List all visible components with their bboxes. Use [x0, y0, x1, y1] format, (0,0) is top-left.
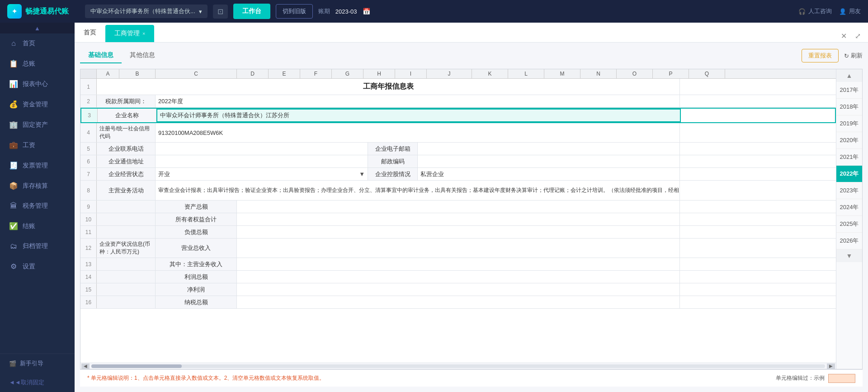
cell-3-value[interactable]: 中审众环会计师事务所（特殊普通合伙）江苏分所: [156, 109, 681, 122]
sidebar-item-invoice[interactable]: 🧾 发票管理: [0, 155, 75, 176]
col-header-m[interactable]: M: [544, 69, 580, 78]
copy-icon-btn[interactable]: ⊡: [213, 5, 228, 19]
h-scroll-track[interactable]: [91, 364, 825, 368]
sub-tab-other[interactable]: 其他信息: [122, 48, 163, 63]
h-scroll-left-btn[interactable]: ◀: [81, 363, 90, 369]
refresh-button[interactable]: ↻ 刷新: [844, 52, 863, 60]
year-panel-up[interactable]: ▲: [836, 69, 862, 82]
cell-12-group-label[interactable]: 企业资产状况信息(币种：人民币万元): [97, 239, 156, 258]
cell-15-value[interactable]: [237, 283, 680, 296]
cell-11-a[interactable]: [97, 226, 156, 238]
cell-5-email[interactable]: [418, 143, 680, 155]
tab-expand-btn[interactable]: ⤢: [853, 30, 863, 42]
col-header-k[interactable]: K: [472, 69, 508, 78]
cell-7-holding-label[interactable]: 企业控股情况: [368, 168, 418, 180]
cell-4-label[interactable]: 注册号/统一社会信用代码: [97, 123, 156, 142]
sidebar-item-home[interactable]: ⌂ 首页: [0, 33, 75, 53]
cell-13-a[interactable]: [97, 258, 156, 270]
cell-8-biz[interactable]: 审查企业会计报表；出具审计报告；验证企业资本；出具验资报告；办理企业合开、分立、…: [156, 181, 680, 200]
sidebar-item-ledger[interactable]: 📋 总账: [0, 53, 75, 74]
cell-3-label[interactable]: 企业名称: [98, 109, 156, 122]
col-header-l[interactable]: L: [508, 69, 544, 78]
cell-12-label[interactable]: 营业总收入: [156, 239, 237, 258]
cell-8-label[interactable]: 主营业务活动: [97, 181, 156, 200]
company-selector[interactable]: 中审众环会计师事务所（特殊普通合伙... ▾: [85, 5, 208, 18]
cell-16-a[interactable]: [97, 296, 156, 308]
col-header-g[interactable]: G: [332, 69, 363, 78]
col-header-h[interactable]: H: [363, 69, 395, 78]
cell-7-label[interactable]: 企业经营状态: [97, 168, 156, 180]
cell-6-label[interactable]: 企业通信地址: [97, 155, 156, 167]
workbench-button[interactable]: 工作台: [233, 4, 270, 19]
sidebar-item-inventory[interactable]: 📦 库存核算: [0, 176, 75, 196]
sidebar-item-tax[interactable]: 🏛 税务管理: [0, 196, 75, 216]
cell-12-value[interactable]: [237, 239, 680, 258]
col-header-d[interactable]: D: [237, 69, 269, 78]
col-header-o[interactable]: O: [617, 69, 653, 78]
calendar-icon[interactable]: 📅: [363, 8, 370, 15]
cell-14-label[interactable]: 利润总额: [156, 271, 237, 283]
cell-11-value[interactable]: [237, 226, 680, 238]
cell-14-value[interactable]: [237, 271, 680, 283]
tab-close-btn[interactable]: ✕: [839, 30, 849, 42]
cell-9-a[interactable]: [97, 201, 156, 213]
h-scroll-thumb[interactable]: [91, 364, 182, 368]
cell-15-a[interactable]: [97, 283, 156, 296]
cell-9-value[interactable]: [237, 201, 680, 213]
cell-14-a[interactable]: [97, 271, 156, 283]
user-button[interactable]: 👤 用友: [839, 7, 861, 15]
cell-2-b[interactable]: 2022年度: [156, 95, 680, 107]
col-header-c[interactable]: C: [156, 69, 237, 78]
year-item-2019[interactable]: 2019年: [836, 115, 862, 132]
col-header-q[interactable]: Q: [689, 69, 725, 78]
tab-industry[interactable]: 工商管理 ×: [105, 25, 154, 42]
year-item-2021[interactable]: 2021年: [836, 149, 862, 166]
sidebar-item-assets[interactable]: 🏢 固定资产: [0, 115, 75, 135]
col-header-a[interactable]: A: [97, 69, 119, 78]
sidebar-item-salary[interactable]: 💼 工资: [0, 135, 75, 155]
cell-6-zip[interactable]: [418, 155, 680, 167]
service-button[interactable]: 🎧 人工咨询: [798, 7, 832, 15]
cell-6-zip-label[interactable]: 邮政编码: [368, 155, 418, 167]
sidebar-item-archive[interactable]: 🗂 归档管理: [0, 236, 75, 256]
cell-16-value[interactable]: [237, 296, 680, 308]
year-item-2022[interactable]: 2022年: [836, 166, 862, 182]
reset-report-button[interactable]: 重置报表: [802, 49, 839, 62]
col-header-n[interactable]: N: [580, 69, 617, 78]
col-header-f[interactable]: F: [300, 69, 332, 78]
spreadsheet-body[interactable]: 1 工商年报信息表 2 税款所属期间： 2022年度 3 企业名称: [80, 79, 836, 363]
cell-4-value[interactable]: 91320100MA208E5W6K: [156, 123, 680, 142]
year-item-2024[interactable]: 2024年: [836, 199, 862, 216]
cell-10-value[interactable]: [237, 213, 680, 225]
cell-9-label[interactable]: 资产总额: [156, 201, 237, 213]
unpin-item[interactable]: ◄◄取消固定: [0, 373, 75, 392]
col-header-e[interactable]: E: [269, 69, 300, 78]
sidebar-scroll-up[interactable]: ▲: [0, 23, 75, 33]
sidebar-item-report[interactable]: 📊 报表中心: [0, 74, 75, 94]
cell-7-status[interactable]: 开业 ▼: [156, 168, 368, 180]
col-header-i[interactable]: I: [395, 69, 427, 78]
year-item-2025[interactable]: 2025年: [836, 216, 862, 233]
old-version-button[interactable]: 切到旧版: [276, 4, 313, 19]
cell-16-label[interactable]: 纳税总额: [156, 296, 237, 308]
cell-11-label[interactable]: 负债总额: [156, 226, 237, 238]
cell-1-title[interactable]: 工商年报信息表: [97, 79, 680, 95]
sub-tab-basic[interactable]: 基础信息: [80, 48, 122, 63]
tab-home[interactable]: 首页: [75, 24, 105, 42]
col-header-b[interactable]: B: [119, 69, 156, 78]
sidebar-item-closing[interactable]: ✅ 结账: [0, 216, 75, 236]
year-item-2017[interactable]: 2017年: [836, 82, 862, 99]
new-guide-item[interactable]: 🎬 新手引导: [0, 354, 75, 373]
cell-2-a[interactable]: 税款所属期间：: [97, 95, 156, 107]
cell-13-label[interactable]: 其中：主营业务收入: [156, 258, 237, 270]
year-item-2018[interactable]: 2018年: [836, 99, 862, 115]
cell-10-a[interactable]: [97, 213, 156, 225]
sidebar-item-settings[interactable]: ⚙ 设置: [0, 256, 75, 277]
cell-10-label[interactable]: 所有者权益合计: [156, 213, 237, 225]
cell-5-phone[interactable]: [156, 143, 368, 155]
cell-5-label[interactable]: 企业联系电话: [97, 143, 156, 155]
h-scroll-right-btn[interactable]: ▶: [827, 363, 835, 369]
year-panel-down[interactable]: ▼: [836, 249, 862, 262]
cell-7-holding[interactable]: 私营企业: [418, 168, 680, 180]
tab-close-icon[interactable]: ×: [142, 31, 145, 36]
